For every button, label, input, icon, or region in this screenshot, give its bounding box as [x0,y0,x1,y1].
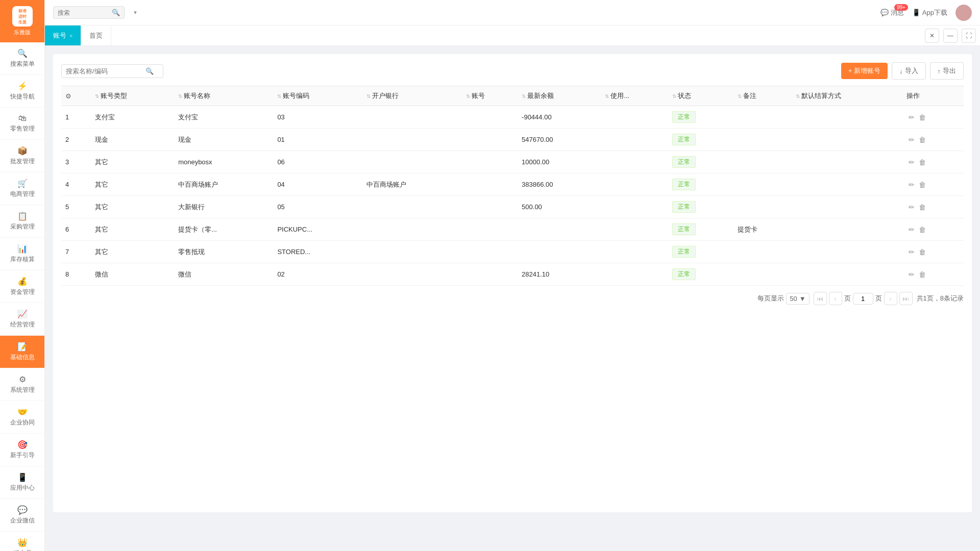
row-account [462,173,518,196]
col-header-status[interactable]: ⇅状态 [668,86,733,106]
sidebar-item-app-center[interactable]: 📱应用中心 [0,466,44,499]
header-right: 💬 消息 99+ 📱 App下载 [880,5,972,21]
sort-up-icon-type: ⇅ [95,93,99,99]
delete-button[interactable]: 🗑 [917,112,928,122]
user-avatar[interactable] [955,5,972,21]
sidebar-item-wholesale-mgmt[interactable]: 📦批发管理 [0,140,44,172]
edit-button[interactable]: ✏ [906,157,917,167]
sidebar-label-inventory: 库存核算 [10,255,35,264]
tab-expand-button[interactable]: ⛶ [962,29,976,43]
row-remark: 提货卡 [733,218,792,241]
sidebar-label-retail-mgmt: 零售管理 [10,124,35,133]
table-search-input[interactable] [66,67,142,75]
notification-button[interactable]: 💬 消息 99+ [880,8,904,17]
edit-button[interactable]: ✏ [906,224,917,235]
header-search-input[interactable] [58,9,109,16]
row-action: ✏🗑 [902,263,964,286]
app-download-button[interactable]: 📱 App下载 [912,8,947,17]
row-name: 零售抵现 [174,241,273,263]
sidebar-item-vip-member[interactable]: 👑畅会员 [0,532,44,551]
page-prev-button[interactable]: ‹ [829,292,842,305]
delete-button[interactable]: 🗑 [917,180,928,190]
sidebar-item-ecommerce-mgmt[interactable]: 🛒电商管理 [0,172,44,205]
pagination-bar: 每页显示 50 ▼ ⏮ ‹ 页 页 › ⏭ 共1页，8条记录 [61,286,964,305]
delete-button[interactable]: 🗑 [917,135,928,145]
col-header-default_settlement[interactable]: ⇅默认结算方式 [792,86,902,106]
sidebar-icon-system-mgmt: ⚙ [19,374,26,384]
col-header-usage[interactable]: ⇅使用... [601,86,668,106]
row-remark [733,241,792,263]
import-button[interactable]: ↓ 导入 [892,62,926,80]
sidebar-item-retail-mgmt[interactable]: 🛍零售管理 [0,108,44,140]
tab-minimize-button[interactable]: — [943,29,958,43]
delete-button[interactable]: 🗑 [917,224,928,235]
page-next-button[interactable]: › [884,292,897,305]
row-bank [362,218,461,241]
sidebar-icon-basic-info: 📝 [17,342,28,352]
row-bank [362,196,461,218]
sidebar-item-inventory[interactable]: 📊库存核算 [0,238,44,270]
sidebar-icon-vip-member: 👑 [17,538,28,547]
tab-account[interactable]: 账号× [45,26,81,45]
sidebar-item-enterprise-agreement[interactable]: 🤝企业协同 [0,401,44,434]
row-account [462,196,518,218]
edit-button[interactable]: ✏ [906,180,917,190]
edit-button[interactable]: ✏ [906,112,917,122]
sidebar-item-system-mgmt[interactable]: ⚙系统管理 [0,368,44,401]
col-header-remark[interactable]: ⇅备注 [733,86,792,106]
sidebar-item-quick-nav[interactable]: ⚡快捷导航 [0,75,44,108]
table-search-icon: 🔍 [145,67,154,75]
settings-icon[interactable]: ⚙ [65,92,71,100]
page-number-input[interactable] [853,293,873,305]
sidebar-item-purchase-mgmt[interactable]: 📋采购管理 [0,205,44,238]
col-header-account[interactable]: ⇅账号 [462,86,518,106]
col-header-balance[interactable]: ⇅最新余额 [518,86,601,106]
page-size-box[interactable]: 50 ▼ [786,293,809,305]
sort-up-icon-bank: ⇅ [366,93,371,99]
page-first-button[interactable]: ⏮ [814,292,827,305]
edit-button[interactable]: ✏ [906,135,917,145]
row-balance [518,218,601,241]
col-header-code[interactable]: ⇅账号编码 [273,86,362,106]
col-header-bank[interactable]: ⇅开户银行 [362,86,461,106]
sidebar-item-basic-info[interactable]: 📝基础信息 [0,336,44,368]
col-header-type[interactable]: ⇅账号类型 [91,86,174,106]
sidebar-item-search-menu[interactable]: 🔍搜索菜单 [0,42,44,75]
tab-close-button[interactable]: ✕ [925,29,939,43]
delete-button[interactable]: 🗑 [917,269,928,280]
edit-button[interactable]: ✏ [906,247,917,257]
row-bank [362,129,461,151]
row-code: 05 [273,196,362,218]
edit-button[interactable]: ✏ [906,202,917,212]
sidebar-item-operations-mgmt[interactable]: 📈经营管理 [0,303,44,336]
row-usage [601,129,668,151]
row-usage [601,241,668,263]
tab-label-home: 首页 [89,31,103,40]
col-header-index[interactable]: ⚙ [61,86,91,106]
edit-button[interactable]: ✏ [906,269,917,280]
sidebar-icon-finance-mgmt: 💰 [17,277,28,286]
delete-button[interactable]: 🗑 [917,247,928,257]
sidebar-item-finance-mgmt[interactable]: 💰资金管理 [0,270,44,303]
sort-up-icon-status: ⇅ [672,93,676,99]
tab-close-account[interactable]: × [69,33,72,39]
delete-button[interactable]: 🗑 [917,157,928,167]
status-badge: 正常 [672,179,696,190]
table-row: 6其它提货卡（零...PICKUPC...正常提货卡✏🗑 [61,218,964,241]
table-row: 7其它零售抵现STORED...正常✏🗑 [61,241,964,263]
col-header-name[interactable]: ⇅账号名称 [174,86,273,106]
table-search[interactable]: 🔍 [61,64,163,78]
add-account-button[interactable]: + 新增账号 [841,63,888,79]
toolbar: 🔍 + 新增账号 ↓ 导入 ↑ 导出 [61,62,964,80]
sidebar-item-newbie-guide[interactable]: 🎯新手引导 [0,434,44,466]
page-size-arrow: ▼ [799,295,806,303]
page-last-button[interactable]: ⏭ [899,292,913,305]
export-button[interactable]: ↑ 导出 [930,62,964,80]
header-dropdown-arrow[interactable]: ▼ [133,10,138,15]
delete-button[interactable]: 🗑 [917,202,928,212]
sidebar-item-enterprise-wechat[interactable]: 💬企业微信 [0,499,44,532]
sidebar-icon-app-center: 📱 [17,472,28,482]
header-search[interactable]: 🔍 [53,6,125,19]
tab-home[interactable]: 首页 [81,26,111,45]
sidebar-label-enterprise-agreement: 企业协同 [10,418,35,427]
